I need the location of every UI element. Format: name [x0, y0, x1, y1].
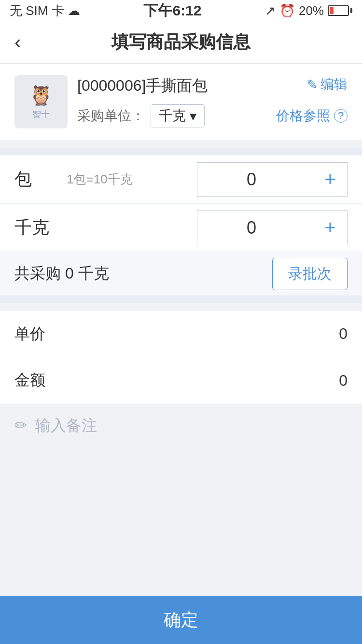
battery-icon: [328, 5, 352, 16]
product-info: [0000006]手撕面包 ✎ 编辑 采购单位： 千克 ▾ 价格参照 ?: [77, 75, 348, 127]
edit-button[interactable]: ✎ 编辑: [306, 75, 348, 94]
status-left: 无 SIM 卡 ☁: [10, 2, 80, 19]
location-icon: ↗: [265, 3, 276, 18]
unit-price-value: 0: [339, 325, 348, 343]
quantity-input-wrap-kg: +: [197, 210, 348, 245]
price-reference-button[interactable]: 价格参照 ?: [276, 107, 348, 125]
battery-percent: 20%: [299, 3, 324, 18]
quantity-plus-bao[interactable]: +: [313, 162, 348, 197]
unit-price-label: 单价: [14, 323, 45, 345]
edit-label: 编辑: [320, 75, 348, 94]
price-ref-label: 价格参照: [276, 107, 330, 125]
unit-value: 千克: [159, 107, 186, 125]
product-name-row: [0000006]手撕面包 ✎ 编辑: [77, 75, 348, 97]
total-label: 共采购 0 千克: [14, 263, 109, 284]
sim-label: 无 SIM 卡 ☁: [10, 2, 80, 19]
section-divider-1: [0, 148, 362, 155]
notes-section[interactable]: ✏ 输入备注: [0, 404, 362, 462]
product-name: [0000006]手撕面包: [77, 75, 208, 97]
nav-bar: ‹ 填写商品采购信息: [0, 21, 362, 64]
quantity-input-kg[interactable]: [197, 210, 313, 245]
product-thumb-icon: 🦉: [29, 84, 53, 107]
purchase-unit-row: 采购单位： 千克 ▾ 价格参照 ?: [77, 104, 348, 127]
quantity-input-wrap-bao: +: [197, 162, 348, 197]
quantity-section: 包 1包=10千克 + 千克 + 共采购 0 千克 录批次: [0, 155, 362, 295]
price-ref-help-icon: ?: [334, 109, 348, 123]
notes-pencil-icon: ✏: [14, 416, 28, 434]
status-time: 下午6:12: [143, 1, 201, 21]
quantity-label-bao: 包: [14, 168, 63, 191]
section-divider-2: [0, 295, 362, 303]
amount-value: 0: [339, 372, 348, 390]
amount-label: 金额: [14, 370, 45, 391]
unit-select[interactable]: 千克 ▾: [151, 104, 205, 127]
notes-placeholder: 输入备注: [35, 415, 97, 436]
quantity-input-bao[interactable]: [197, 162, 313, 197]
alarm-icon: ⏰: [279, 3, 295, 18]
total-row: 共采购 0 千克 录批次: [0, 252, 362, 295]
price-section: 单价 0 金额 0: [0, 311, 362, 404]
quantity-sublabel-bao: 1包=10千克: [67, 171, 197, 188]
purchase-unit-label: 采购单位：: [77, 107, 145, 125]
back-button[interactable]: ‹: [14, 31, 21, 53]
quantity-row-kg: 千克 +: [0, 204, 362, 252]
product-card: 🦉 智十 [0000006]手撕面包 ✎ 编辑 采购单位： 千克 ▾ 价格参照 …: [0, 64, 362, 140]
record-batch-button[interactable]: 录批次: [272, 258, 348, 290]
product-thumb-label: 智十: [32, 109, 50, 120]
dropdown-arrow-icon: ▾: [190, 108, 196, 124]
price-row-unit: 单价 0: [0, 311, 362, 357]
edit-icon: ✎: [306, 77, 318, 93]
quantity-label-kg: 千克: [14, 216, 63, 239]
confirm-button[interactable]: 确定: [0, 596, 362, 644]
product-thumbnail: 🦉 智十: [14, 75, 68, 128]
status-bar: 无 SIM 卡 ☁ 下午6:12 ↗ ⏰ 20%: [0, 0, 362, 21]
content-spacer: [0, 462, 362, 606]
price-row-amount: 金额 0: [0, 357, 362, 404]
quantity-plus-kg[interactable]: +: [313, 210, 348, 245]
page-title: 填写商品采购信息: [111, 30, 251, 54]
quantity-row-bao: 包 1包=10千克 +: [0, 155, 362, 204]
status-right: ↗ ⏰ 20%: [265, 3, 352, 18]
